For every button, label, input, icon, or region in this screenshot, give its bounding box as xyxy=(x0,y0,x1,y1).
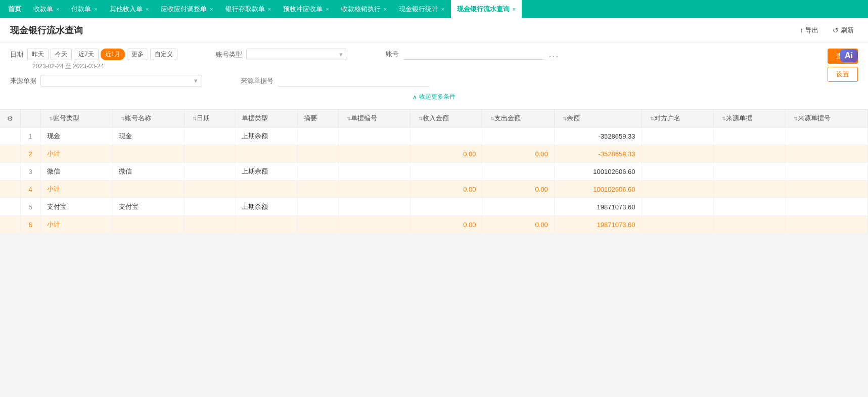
table-row[interactable]: 3微信微信上期余额100102606.60 xyxy=(0,163,868,181)
date-btn-more[interactable]: 更多 xyxy=(127,49,148,60)
export-button[interactable]: ↑ 导出 xyxy=(796,24,823,37)
account-label: 账号 xyxy=(386,50,399,59)
filter-area: 日期 昨天 今天 近7天 近1月 更多 自定义 账号类型 ▾ xyxy=(0,42,868,110)
chevron-down-icon-2: ▾ xyxy=(194,77,198,84)
collapse-icon: ∧ xyxy=(413,94,417,101)
sort-icon: ⇅ xyxy=(419,116,423,121)
nav-item-tongji[interactable]: 现金银行统计 × xyxy=(393,0,450,18)
col-counter-party[interactable]: ⇅对方户名 xyxy=(642,110,713,127)
date-btn-custom[interactable]: 自定义 xyxy=(150,49,177,60)
nav-item-yushouzheng[interactable]: 预收冲应收单 × xyxy=(277,0,335,18)
sort-icon: ⇅ xyxy=(650,116,654,121)
col-doc-no[interactable]: ⇅单据编号 xyxy=(339,110,410,127)
source-doc-no-label: 来源单据号 xyxy=(241,76,273,85)
col-income[interactable]: ⇅收入金额 xyxy=(410,110,482,127)
col-balance[interactable]: ⇅余额 xyxy=(554,110,642,127)
refresh-button[interactable]: ↺ 刷新 xyxy=(829,24,858,37)
top-nav: 首页 收款单 × 付款单 × 其他收入单 × 应收应付调整单 × 银行存取款单 … xyxy=(0,0,868,18)
close-icon[interactable]: × xyxy=(146,6,149,12)
sort-icon: ⇅ xyxy=(121,116,125,121)
account-type-label: 账号类型 xyxy=(216,50,242,59)
source-doc-label: 来源单据 xyxy=(10,76,36,85)
nav-item-yingshoutiaozheng[interactable]: 应收应付调整单 × xyxy=(155,0,219,18)
table-row[interactable]: 4小计0.000.00100102606.60 xyxy=(0,181,868,198)
col-source-doc[interactable]: ⇅来源单据 xyxy=(713,110,785,127)
col-date[interactable]: ⇅日期 xyxy=(184,110,235,127)
chevron-down-icon: ▾ xyxy=(339,51,343,58)
sort-icon: ⇅ xyxy=(347,116,351,121)
col-summary: 摘要 xyxy=(297,110,338,127)
col-source-doc-no[interactable]: ⇅来源单据号 xyxy=(785,110,867,127)
gear-icon[interactable]: ⚙ xyxy=(7,115,13,122)
close-icon[interactable]: × xyxy=(326,6,329,12)
nav-item-qitashouru[interactable]: 其他收入单 × xyxy=(104,0,155,18)
account-input[interactable] xyxy=(403,49,544,60)
col-index xyxy=(20,110,40,127)
account-dots-button[interactable]: ... xyxy=(549,49,559,60)
settings-button[interactable]: 设置 xyxy=(828,67,858,82)
source-doc-no-input[interactable] xyxy=(278,75,429,86)
nav-home[interactable]: 首页 xyxy=(2,0,27,18)
account-type-select[interactable]: ▾ xyxy=(246,49,347,60)
date-options: 昨天 今天 近7天 近1月 更多 自定义 xyxy=(27,49,177,60)
col-account-name[interactable]: ⇅账号名称 xyxy=(112,110,184,127)
nav-item-shoukuanzhixing[interactable]: 收款核销执行 × xyxy=(335,0,393,18)
nav-item-liushui[interactable]: 现金银行流水查询 × xyxy=(451,0,522,18)
data-table-container: ⚙ ⇅账号类型 ⇅账号名称 ⇅日期 单据类型 摘要 ⇅单据编号 ⇅收入 xyxy=(0,110,868,234)
sort-icon: ⇅ xyxy=(490,116,494,121)
export-icon: ↑ xyxy=(800,26,803,34)
table-row[interactable]: 1现金现金上期余额-3528659.33 xyxy=(0,127,868,145)
col-settings[interactable]: ⚙ xyxy=(0,110,20,127)
date-btn-7days[interactable]: 近7天 xyxy=(74,49,99,60)
date-label: 日期 xyxy=(10,50,23,59)
close-icon[interactable]: × xyxy=(384,6,387,12)
nav-item-yinhangcunqu[interactable]: 银行存取款单 × xyxy=(219,0,277,18)
sort-icon: ⇅ xyxy=(722,116,726,121)
close-icon[interactable]: × xyxy=(56,6,59,12)
header-actions: ↑ 导出 ↺ 刷新 xyxy=(796,24,858,37)
table-row[interactable]: 6小计0.000.0019871073.60 xyxy=(0,216,868,234)
close-icon[interactable]: × xyxy=(268,6,271,12)
nav-item-shoukuandan[interactable]: 收款单 × xyxy=(27,0,65,18)
ai-badge[interactable]: Ai xyxy=(840,49,858,62)
col-expense[interactable]: ⇅支出金额 xyxy=(482,110,554,127)
data-table: ⚙ ⇅账号类型 ⇅账号名称 ⇅日期 单据类型 摘要 ⇅单据编号 ⇅收入 xyxy=(0,110,868,234)
sort-icon: ⇅ xyxy=(794,116,798,121)
date-range-display: 2023-02-24 至 2023-03-24 xyxy=(32,63,104,70)
table-row[interactable]: 2小计0.000.00-3528659.33 xyxy=(0,145,868,163)
page-header: 现金银行流水查询 ↑ 导出 ↺ 刷新 xyxy=(0,18,868,42)
refresh-icon: ↺ xyxy=(833,26,839,34)
date-btn-1month[interactable]: 近1月 xyxy=(101,49,125,60)
close-icon[interactable]: × xyxy=(441,6,444,12)
sort-icon: ⇅ xyxy=(563,116,567,121)
close-icon[interactable]: × xyxy=(210,6,213,12)
sort-icon: ⇅ xyxy=(49,116,53,121)
page-title: 现金银行流水查询 xyxy=(10,24,83,36)
nav-item-fukuandan[interactable]: 付款单 × xyxy=(65,0,103,18)
col-doc-type: 单据类型 xyxy=(235,110,297,127)
collapse-bar[interactable]: ∧ 收起更多条件 xyxy=(10,91,858,103)
close-icon[interactable]: × xyxy=(94,6,97,12)
col-account-type[interactable]: ⇅账号类型 xyxy=(40,110,112,127)
sort-icon: ⇅ xyxy=(193,116,197,121)
date-btn-yesterday[interactable]: 昨天 xyxy=(27,49,49,60)
date-btn-today[interactable]: 今天 xyxy=(51,49,72,60)
table-row[interactable]: 5支付宝支付宝上期余额19871073.60 xyxy=(0,198,868,216)
close-icon[interactable]: × xyxy=(513,6,516,12)
source-doc-select[interactable]: ▾ xyxy=(40,75,202,86)
